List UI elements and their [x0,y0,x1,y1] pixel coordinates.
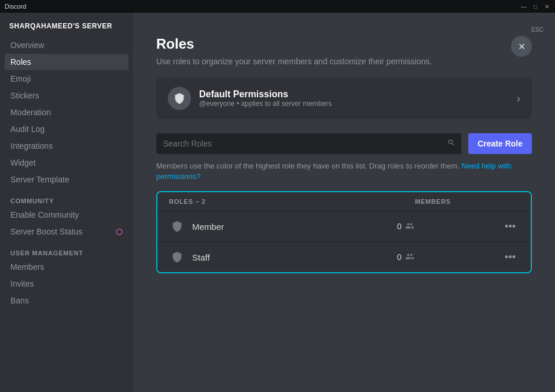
sidebar-item-label: Audit Log [10,124,45,134]
sidebar-section-user-management: USER MANAGEMENT [5,240,128,259]
sidebar-item-emoji[interactable]: Emoji [5,71,128,87]
sidebar-item-moderation[interactable]: Moderation [5,104,128,120]
roles-table: ROLES – 2 MEMBERS Member 0 [156,191,532,273]
sidebar-item-widget[interactable]: Widget [5,155,128,171]
create-role-button[interactable]: Create Role [468,133,532,154]
sidebar-item-label: Enable Community [10,210,79,219]
role-more-button[interactable]: ••• [501,219,519,234]
sidebar-item-label: Moderation [10,108,51,117]
sidebar-item-roles[interactable]: Roles [5,54,128,70]
member-count: 0 [397,222,402,231]
sidebar-item-server-boost-status[interactable]: Server Boost Status ⬡ [5,224,128,240]
role-shield-icon [169,218,185,235]
default-perms-info: Default Permissions @everyone • applies … [199,89,332,108]
sidebar-item-label: Integrations [10,141,53,151]
search-box [156,133,461,154]
role-name: Staff [192,252,397,262]
page-title: Roles [156,36,532,52]
default-perms-left: Default Permissions @everyone • applies … [168,87,332,110]
server-boost-label: Server Boost Status [10,227,83,236]
close-button[interactable]: ✕ [511,36,532,57]
close-button-container: ✕ ESC [531,24,543,33]
role-members-count: 0 [397,221,501,232]
sidebar-item-members[interactable]: Members [5,259,128,275]
role-shield-icon [169,249,185,265]
app-body: SHARQAHAMEED'S SERVER Overview Roles Emo… [0,13,555,392]
sidebar-item-invites[interactable]: Invites [5,276,128,292]
sidebar-item-audit-log[interactable]: Audit Log [5,121,128,137]
sidebar-item-label: Widget [10,158,36,167]
roles-col-name-header: ROLES – 2 [169,198,415,205]
sidebar-item-overview[interactable]: Overview [5,37,128,53]
sidebar-section-community: COMMUNITY [5,188,128,207]
table-row[interactable]: Member 0 ••• [157,211,531,241]
sidebar-item-label: Server Template [10,175,69,184]
role-name: Member [192,222,397,232]
chevron-right-icon: › [517,93,520,105]
minimize-button[interactable]: — [520,3,527,10]
page-description: Use roles to organize your server member… [156,57,532,66]
sidebar-item-stickers[interactable]: Stickers [5,87,128,104]
roles-col-members-header: MEMBERS [415,198,519,205]
sidebar-item-enable-community[interactable]: Enable Community [5,207,128,223]
sidebar-item-label: Invites [10,279,34,288]
default-perms-title: Default Permissions [199,89,332,100]
sidebar-item-label: Bans [10,296,29,305]
sidebar: SHARQAHAMEED'S SERVER Overview Roles Emo… [0,13,133,392]
close-window-button[interactable]: ✕ [543,3,550,10]
maximize-button[interactable]: □ [532,3,539,10]
window-controls: — □ ✕ [520,3,550,10]
sidebar-item-bans[interactable]: Bans [5,292,128,309]
people-icon [405,252,414,263]
search-create-row: Create Role [156,133,532,154]
titlebar: Discord — □ ✕ [0,0,555,13]
sidebar-item-label: Overview [10,41,44,50]
default-perms-subtitle: @everyone • applies to all server member… [199,100,332,108]
boost-icon: ⬡ [116,227,123,236]
default-perms-icon [168,87,191,110]
sidebar-item-integrations[interactable]: Integrations [5,138,128,154]
table-row[interactable]: Staff 0 ••• [157,241,531,272]
info-text: Members use the color of the highest rol… [156,161,532,182]
member-count: 0 [397,252,402,262]
sidebar-item-label: Roles [10,57,31,67]
server-name: SHARQAHAMEED'S SERVER [5,22,128,37]
esc-label: ESC [531,27,543,33]
sidebar-item-label: Emoji [10,74,31,83]
search-input[interactable] [156,133,461,154]
default-permissions-card[interactable]: Default Permissions @everyone • applies … [156,78,532,119]
main-content: ✕ ESC Roles Use roles to organize your s… [133,13,555,392]
sidebar-item-label: Members [10,262,44,272]
app-title: Discord [5,3,26,10]
close-icon: ✕ [518,41,525,52]
sidebar-item-server-template[interactable]: Server Template [5,171,128,188]
role-more-button[interactable]: ••• [501,250,519,265]
info-text-content: Members use the color of the highest rol… [156,162,460,170]
role-members-count: 0 [397,252,501,263]
sidebar-item-label: Stickers [10,91,39,100]
people-icon [405,221,414,232]
roles-table-header: ROLES – 2 MEMBERS [157,192,531,211]
